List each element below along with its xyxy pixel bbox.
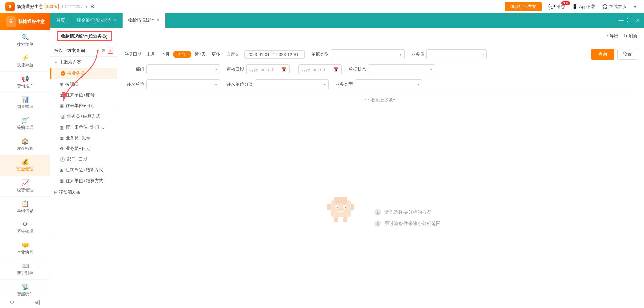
date-label: 单据日期 [124,51,142,57]
salesperson-label: 业务员 [411,51,424,57]
scheme-group-desktop-header[interactable]: ▼ 电脑端方案 [50,57,117,68]
scheme-item-salesperson-settlement[interactable]: 📊 业务员+结算方式 [50,111,117,122]
sidebar-item-label: 资金管理 [17,166,33,172]
scheme-item-partner-settlement1[interactable]: ⊞ 往来单位+结算方式 [50,165,117,175]
date-from: 2023-01-01 [247,52,270,57]
placeholder-step1: 请先选择要分析的方案 [384,209,431,215]
sidebar-collapse-btn[interactable]: ◀‖ [34,300,40,305]
scheme-item-dept-date[interactable]: 🕐 部门+日期 [50,154,117,165]
shortcut-7days[interactable]: 近7天 [192,51,208,58]
scheme-item-salesperson-account[interactable]: ▦ 业务员+账号 [50,133,117,143]
service-btn[interactable]: 🎧 在线客服 [602,4,627,10]
scheme-group-mobile: ▶ 移动端方案 [50,186,117,198]
sidebar-item-finance[interactable]: 💰 资金管理 [0,155,50,176]
tab-close-btn[interactable]: ✕ [636,17,640,24]
sidebar-item-label: 快捷导航 [17,62,33,68]
scheme-item-partner-dept[interactable]: ▦ 按往来单位+部门+收... [50,122,117,133]
tab-collection[interactable]: 收款情况统计 ✕ [123,13,165,28]
sidebar-item-guide[interactable]: 📖 新手引导 [0,259,50,280]
status-select[interactable]: ▾ [368,64,435,74]
sidebar-settings-btn[interactable]: ⚙ [10,299,14,305]
tab-cashflow-close[interactable]: ✕ [114,18,117,23]
shortcut-more[interactable]: 更多 [209,51,223,58]
sidebar-item-system[interactable]: ⚙ 系统管理 [0,217,50,238]
shortcut-custom[interactable]: 自定义 [224,51,242,58]
trial-button[interactable]: 体验行业方案 [505,2,542,11]
partner-input[interactable]: ··· [146,79,220,89]
scheme-item-label: 按往来单位+部门+收... [66,124,109,130]
type-label: 单据类型 [311,51,329,57]
sidebar-item-label: 系统管理 [17,229,33,235]
export-btn[interactable]: ↑ 导出 [606,33,619,39]
salesperson-input[interactable]: ··· [426,49,487,59]
partner-cat-label: 往来单位分类 [227,81,253,87]
scheme-item-salesperson[interactable]: ● 按业务员 [50,68,117,79]
tab-cashflow[interactable]: 现金银行流水查询 ✕ [71,13,123,28]
scheme-item-partner-account[interactable]: ▦ 往来单位+账号 [50,90,117,100]
partner-label: 往来单位 [124,81,144,87]
collapse-label: 收起更多条件 [371,97,397,103]
settings-icon[interactable]: ⚙ [90,3,95,10]
sidebar-item-hardware[interactable]: 📡 智能硬件 [0,280,50,296]
tab-home[interactable]: 首页 [50,13,71,28]
sidebar-item-collab[interactable]: 🤝 企业协同 [0,238,50,259]
scheme-item-partner-date[interactable]: ▦ 往来单位+日期 [50,100,117,111]
filter-collapse-btn[interactable]: ∧∧ 收起更多条件 [124,94,637,106]
shortcut-thismonth[interactable]: 本月 [158,51,172,58]
partner-more-icon[interactable]: ··· [214,82,217,87]
sidebar-item-label: 销售管理 [17,104,33,110]
audit-from-input[interactable]: yyyy-mm-dd 📅 [246,64,290,74]
scheme-item-detail[interactable]: ⊞ 按明细 [50,79,117,90]
sidebar-item-purchase[interactable]: 🛒 采购管理 [0,113,50,134]
query-button[interactable]: 查询 [591,49,614,60]
dropdown-arrow[interactable]: ▾ [85,4,88,9]
refresh-btn[interactable]: ↻ 刷新 [623,33,637,39]
scheme-item-label: 部门+日期 [67,156,87,162]
scheme-item-label: 业务员+日期 [66,146,90,152]
tab-maximize-btn[interactable]: ⛶ [627,17,632,23]
audit-to-input[interactable]: yyyy-mm-dd 📅 [298,64,342,74]
setting-button[interactable]: 设置 [617,49,637,60]
type-dropdown-arrow: ▾ [400,53,401,56]
sidebar-item-inventory[interactable]: 🏠 库存核算 [0,134,50,155]
dept-select[interactable]: ▾ [146,64,220,74]
svg-rect-7 [327,204,331,210]
service-label: 在线客服 [609,4,627,10]
sidebar-item-marketing[interactable]: 📢 营销推广 [0,72,50,93]
scheme-item-label: 按业务员 [67,70,85,76]
biztype-label: 业务类型 [335,81,353,87]
message-btn[interactable]: 💬 消息 99+ [548,3,565,10]
svg-rect-8 [351,204,354,210]
sidebar-item-search[interactable]: 🔍 搜索菜单 [0,30,50,51]
sidebar-item-basics[interactable]: 📋 基础信息 [0,197,50,217]
tab-home-label: 首页 [56,17,65,23]
salesperson-more-icon[interactable]: ··· [480,52,484,57]
type-select[interactable]: ▾ [331,49,405,59]
calendar-icon2: 📅 [333,67,339,72]
shortcut-thisyear[interactable]: 本年 [173,51,191,58]
scheme-item-partner-settlement2[interactable]: ▦ 往来单位+结算方式 [50,175,117,186]
app-download-btn[interactable]: 📱 App下载 [572,4,595,10]
tab-minimize-btn[interactable]: — [618,17,624,23]
scheme-item-label: 按明细 [65,81,78,87]
audit-label: 审核日期 [227,66,244,72]
sidebar-item-label: 采购管理 [17,125,33,131]
user-name[interactable]: Rit [633,4,639,9]
scheme-setting-btn[interactable]: ⚙ [101,48,106,53]
message-badge: 99+ [561,1,570,5]
svg-point-2 [335,205,338,209]
sidebar-item-sales[interactable]: 📊 销售管理 [0,93,50,113]
shortcut-lastmonth[interactable]: 上月 [144,51,158,58]
tab-collection-close[interactable]: ✕ [156,18,160,23]
scheme-item-salesperson-date[interactable]: ⚙ 业务员+日期 [50,143,117,154]
scheme-collapse-btn[interactable]: « [108,48,113,54]
partner-cat-select[interactable]: ▾ [255,79,329,89]
sidebar-item-management[interactable]: 📈 经营管理 [0,176,50,197]
audit-to-placeholder: yyyy-mm-dd [301,67,325,72]
sidebar-item-quicknav[interactable]: ⚡ 快捷导航 [0,51,50,72]
scheme-add-btn[interactable]: + [96,48,99,54]
scheme-group-label: 移动端方案 [59,189,81,195]
tab-collection-label: 收款情况统计 [128,17,154,23]
scheme-group-mobile-header[interactable]: ▶ 移动端方案 [50,186,117,198]
biztype-select[interactable]: ▾ [355,79,422,89]
